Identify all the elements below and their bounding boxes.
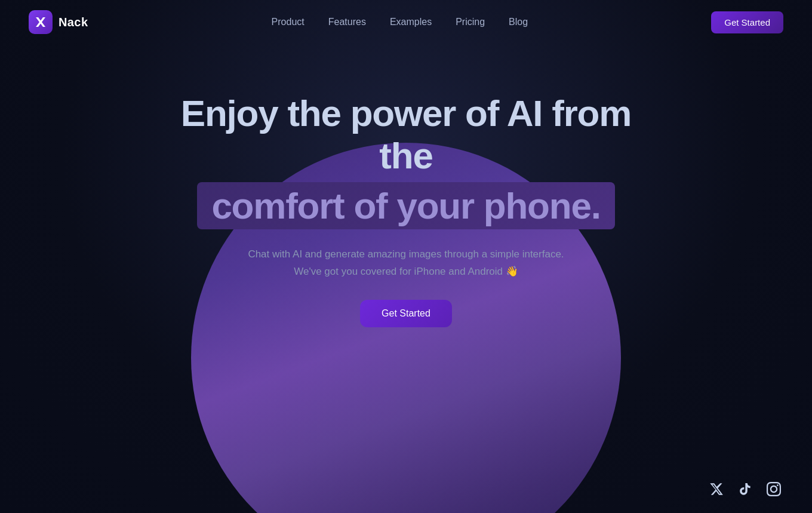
hero-subtitle-line2: We've got you covered for iPhone and And… <box>294 266 518 277</box>
nav-links: Product Features Examples Pricing Blog <box>272 17 528 27</box>
twitter-link[interactable] <box>707 480 726 499</box>
hero-cta-button[interactable]: Get Started <box>360 300 452 327</box>
instagram-link[interactable] <box>764 480 783 499</box>
brand-name: Nack <box>59 16 88 29</box>
nav-pricing[interactable]: Pricing <box>456 17 485 27</box>
nav-blog[interactable]: Blog <box>509 17 528 27</box>
hero-title-line2: comfort of your phone. <box>197 182 614 229</box>
hero-title: Enjoy the power of AI from the comfort o… <box>167 92 645 229</box>
tiktok-link[interactable] <box>736 480 755 499</box>
logo-link[interactable]: Nack <box>29 10 88 34</box>
social-icons <box>707 480 783 499</box>
hero-subtitle: Chat with AI and generate amazing images… <box>248 246 564 281</box>
nav-cta-button[interactable]: Get Started <box>711 11 783 33</box>
nav-features[interactable]: Features <box>328 17 366 27</box>
nav-examples[interactable]: Examples <box>390 17 432 27</box>
hero-section: Enjoy the power of AI from the comfort o… <box>0 44 812 327</box>
navbar: Nack Product Features Examples Pricing B… <box>0 0 812 44</box>
twitter-icon <box>709 482 724 496</box>
nav-product[interactable]: Product <box>272 17 304 27</box>
logo-icon <box>29 10 53 34</box>
instagram-icon <box>767 482 781 496</box>
tiktok-icon <box>738 482 752 496</box>
hero-subtitle-line1: Chat with AI and generate amazing images… <box>248 248 564 260</box>
hero-title-line1: Enjoy the power of AI from the <box>167 92 645 177</box>
